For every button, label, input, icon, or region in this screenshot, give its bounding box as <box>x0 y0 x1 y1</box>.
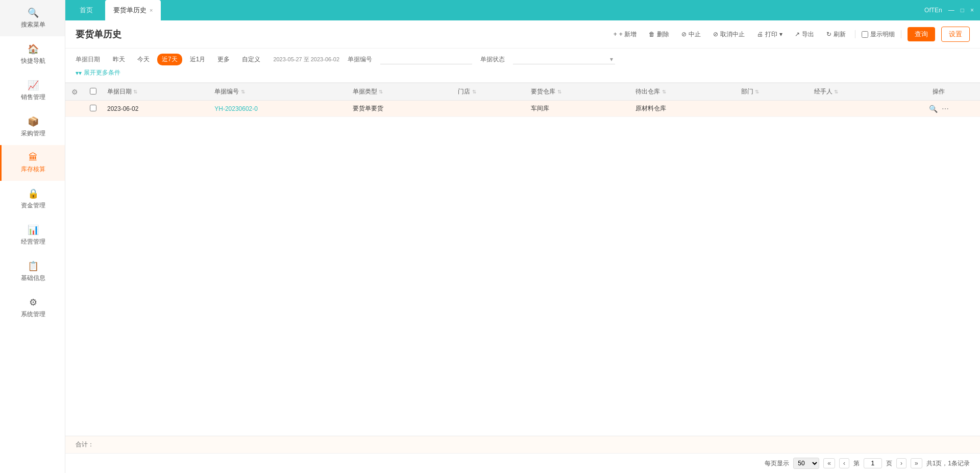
sidebar-item-sys-mgmt[interactable]: ⚙ 系统管理 <box>0 290 65 326</box>
col-doc-type[interactable]: 单据类型 ⇅ <box>348 83 453 101</box>
main-area: 首页 要货单历史 × OfTEn — □ × 要货单历史 + + 新增 🗑 <box>65 0 980 473</box>
status-select[interactable]: 待审核 已审核 已作废 <box>513 55 615 64</box>
col-doc-no[interactable]: 单据编号 ⇅ <box>209 83 348 101</box>
date-btn-yesterday[interactable]: 昨天 <box>108 54 130 65</box>
table-header-row: ⚙ 单据日期 ⇅ 单据编号 ⇅ <box>65 83 980 101</box>
topbar-close-icon[interactable]: × <box>970 7 974 14</box>
delete-button[interactable]: 🗑 删除 <box>646 28 672 41</box>
sidebar-item-purchase-mgmt[interactable]: 📦 采购管理 <box>0 109 65 145</box>
sidebar: 🔍 搜索菜单 🏠 快捷导航 📈 销售管理 📦 采购管理 🏛 库存核算 🔒 资金管… <box>0 0 65 473</box>
query-button[interactable]: 查询 <box>908 27 935 41</box>
sidebar-item-sales-mgmt[interactable]: 📈 销售管理 <box>0 73 65 109</box>
date-btn-7days[interactable]: 近7天 <box>157 54 182 65</box>
date-filter-label: 单据日期 <box>76 55 100 64</box>
doc-no-input[interactable] <box>380 55 472 64</box>
sidebar-item-label: 采购管理 <box>21 129 45 138</box>
gear-icon[interactable]: ⚙ <box>71 88 78 96</box>
expand-more-label: 展开更多条件 <box>84 68 120 77</box>
tab-active[interactable]: 要货单历史 × <box>105 0 161 20</box>
display-cell-checkbox[interactable] <box>862 31 868 38</box>
date-btn-more[interactable]: 更多 <box>213 54 234 65</box>
stop-button[interactable]: ⊘ 中止 <box>678 28 704 41</box>
cancel-stop-icon: ⊘ <box>713 31 718 38</box>
next-page-button[interactable]: › <box>896 458 906 468</box>
quick-nav-icon: 🏠 <box>28 43 39 55</box>
sidebar-item-label: 系统管理 <box>21 310 45 319</box>
filter-area: 单据日期 昨天 今天 近7天 近1月 更多 自定义 2023-05-27 至 2… <box>65 49 980 83</box>
status-dropdown-icon: ▾ <box>610 56 613 63</box>
query-label: 查询 <box>915 30 928 39</box>
fund-icon: 🔒 <box>28 188 39 199</box>
sort-pending-warehouse-icon[interactable]: ⇅ <box>662 89 666 94</box>
date-btn-custom[interactable]: 自定义 <box>237 54 265 65</box>
status-filter-label: 单据状态 <box>480 55 505 64</box>
sidebar-item-basic-info[interactable]: 📋 基础信息 <box>0 253 65 290</box>
date-range-display: 2023-05-27 至 2023-06-02 <box>273 56 339 63</box>
sort-doc-no-icon[interactable]: ⇅ <box>241 89 245 94</box>
expand-more-icon: ▾▾ <box>76 69 82 77</box>
tab-home-label: 首页 <box>80 6 93 15</box>
col-req-warehouse[interactable]: 要货仓库 ⇅ <box>526 83 630 101</box>
sidebar-item-ops-mgmt[interactable]: 📊 经营管理 <box>0 217 65 253</box>
search-menu-icon: 🔍 <box>28 7 39 18</box>
col-doc-date[interactable]: 单据日期 ⇅ <box>102 83 209 101</box>
row-check[interactable] <box>84 101 102 117</box>
display-cell-button[interactable]: 显示明细 <box>862 30 895 39</box>
first-page-button[interactable]: « <box>823 458 835 468</box>
delete-icon: 🗑 <box>649 31 655 38</box>
col-handler[interactable]: 经手人 ⇅ <box>809 83 898 101</box>
sidebar-item-label: 资金管理 <box>21 201 45 210</box>
sort-handler-icon[interactable]: ⇅ <box>834 89 838 94</box>
sidebar-item-search-menu[interactable]: 🔍 搜索菜单 <box>0 0 65 36</box>
per-page-select[interactable]: 10 20 50 100 <box>793 458 819 469</box>
settings-button[interactable]: 设置 <box>941 27 970 42</box>
col-settings[interactable]: ⚙ <box>65 83 84 101</box>
col-department[interactable]: 部门 ⇅ <box>736 83 809 101</box>
sort-department-icon[interactable]: ⇅ <box>755 89 759 94</box>
print-icon: 🖨 <box>757 31 763 38</box>
filter-row-1: 单据日期 昨天 今天 近7天 近1月 更多 自定义 2023-05-27 至 2… <box>76 54 970 65</box>
sort-req-warehouse-icon[interactable]: ⇅ <box>557 89 561 94</box>
row-more-icon[interactable]: ⋯ <box>942 105 949 113</box>
page-number-input[interactable] <box>864 458 882 468</box>
last-page-button[interactable]: » <box>911 458 922 468</box>
sidebar-item-quick-nav[interactable]: 🏠 快捷导航 <box>0 36 65 73</box>
stop-icon: ⊘ <box>681 31 687 38</box>
export-button[interactable]: ↗ 导出 <box>792 28 817 41</box>
topbar-minimize-icon[interactable]: — <box>948 7 954 14</box>
sidebar-item-label: 经营管理 <box>21 238 45 246</box>
select-all-checkbox[interactable] <box>90 88 96 94</box>
col-pending-warehouse[interactable]: 待出仓库 ⇅ <box>630 83 736 101</box>
cancel-stop-label: 取消中止 <box>720 30 745 39</box>
sort-doc-date-icon[interactable]: ⇅ <box>133 89 137 94</box>
export-icon: ↗ <box>795 31 800 38</box>
new-button[interactable]: + + 新增 <box>610 28 640 41</box>
date-btn-1month[interactable]: 近1月 <box>185 54 210 65</box>
tab-close-icon[interactable]: × <box>150 7 153 13</box>
expand-more-button[interactable]: ▾▾ 展开更多条件 <box>76 68 970 77</box>
sort-doc-type-icon[interactable]: ⇅ <box>379 89 383 94</box>
topbar-right-actions: OfTEn — □ × <box>924 7 974 14</box>
print-button[interactable]: 🖨 打印 ▾ <box>754 28 786 41</box>
stop-label: 中止 <box>689 30 701 39</box>
row-checkbox[interactable] <box>90 105 96 111</box>
refresh-label: 刷新 <box>834 30 846 39</box>
cancel-stop-button[interactable]: ⊘ 取消中止 <box>710 28 748 41</box>
purchase-icon: 📦 <box>28 116 39 127</box>
topbar-often-label[interactable]: OfTEn <box>924 7 942 14</box>
sidebar-item-inventory[interactable]: 🏛 库存核算 <box>0 145 65 181</box>
col-store[interactable]: 门店 ⇅ <box>453 83 526 101</box>
row-view-icon[interactable]: 🔍 <box>929 105 938 113</box>
topbar-maximize-icon[interactable]: □ <box>961 7 964 14</box>
date-btn-today[interactable]: 今天 <box>133 54 154 65</box>
col-doc-type-label: 单据类型 <box>353 88 377 95</box>
sidebar-item-fund-mgmt[interactable]: 🔒 资金管理 <box>0 181 65 217</box>
table-area: ⚙ 单据日期 ⇅ 单据编号 ⇅ <box>65 83 980 436</box>
doc-no-link[interactable]: YH-20230602-0 <box>214 105 258 112</box>
tab-home[interactable]: 首页 <box>71 0 101 20</box>
prev-page-button[interactable]: ‹ <box>839 458 849 468</box>
sort-store-icon[interactable]: ⇅ <box>472 89 476 94</box>
status-select-wrapper[interactable]: 待审核 已审核 已作废 ▾ <box>513 55 615 64</box>
refresh-button[interactable]: ↻ 刷新 <box>823 28 849 41</box>
tab-active-label: 要货单历史 <box>113 6 146 15</box>
